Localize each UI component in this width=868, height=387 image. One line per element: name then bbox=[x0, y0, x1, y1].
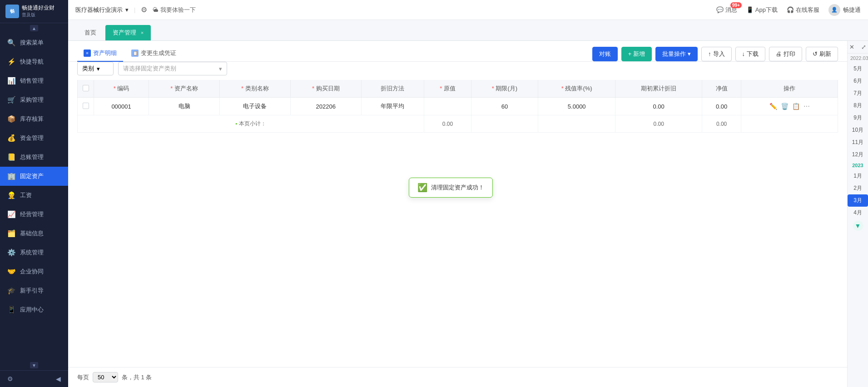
app-logo: 畅 bbox=[5, 5, 19, 18]
per-page-label: 每页 bbox=[77, 373, 89, 382]
collapse-icon[interactable]: ◀ bbox=[56, 375, 61, 382]
month-2022-11[interactable]: 11月 bbox=[848, 136, 868, 149]
import-label: 导入 bbox=[713, 50, 725, 58]
cell-name: 电脑 bbox=[149, 98, 220, 115]
sidebar-scroll-up[interactable]: ▲ bbox=[30, 25, 38, 31]
sidebar-item-system[interactable]: ⚙️ 系统管理 bbox=[0, 243, 68, 262]
subtotal-init: 0.00 bbox=[615, 115, 702, 133]
delete-icon[interactable]: 🗑️ bbox=[781, 103, 789, 110]
cell-residual-rate: 5.0000 bbox=[538, 98, 615, 115]
col-purchase-date: * 购买日期 bbox=[290, 80, 361, 98]
app-edition: 普及版 bbox=[22, 12, 55, 18]
sidebar-item-label: 总账管理 bbox=[20, 153, 44, 161]
refresh-label: 刷新 bbox=[819, 50, 831, 58]
settings-icon[interactable]: ⚙ bbox=[7, 375, 13, 382]
edit-icon[interactable]: ✏️ bbox=[769, 103, 777, 110]
sidebar-item-quick-nav[interactable]: ⚡ 快捷导航 bbox=[0, 52, 68, 71]
tab-close-icon[interactable]: × bbox=[141, 30, 144, 35]
sidebar-item-payroll[interactable]: 👷 工资 bbox=[0, 186, 68, 205]
download-button[interactable]: ↓ 下载 bbox=[735, 47, 766, 61]
reconcile-button[interactable]: 对账 bbox=[592, 47, 618, 61]
sidebar-item-enterprise[interactable]: 🤝 企业协同 bbox=[0, 262, 68, 281]
table-container: * 编码 * 资产名称 * 类别名称 * 购买日期 折旧方法 * 原值 * 期限… bbox=[68, 80, 847, 367]
import-button[interactable]: ↑ 导入 bbox=[701, 47, 732, 61]
refresh-button[interactable]: ↺ 刷新 bbox=[806, 47, 838, 61]
row-select-checkbox[interactable] bbox=[83, 103, 89, 109]
experience-text: 我要体验一下 bbox=[160, 6, 196, 14]
select-all-checkbox[interactable] bbox=[83, 85, 89, 91]
app-download-btn[interactable]: 📱 App下载 bbox=[746, 6, 778, 14]
subtab-asset-detail[interactable]: ≡ 资产明细 bbox=[77, 46, 123, 62]
message-btn[interactable]: 💬 消息 99+ bbox=[716, 6, 737, 14]
worker-icon: 👷 bbox=[7, 191, 15, 199]
message-icon: 💬 bbox=[716, 6, 724, 13]
subtab-change-voucher[interactable]: 📋 变更生成凭证 bbox=[125, 46, 183, 62]
cell-period: 60 bbox=[471, 98, 538, 115]
sidebar-item-ledger[interactable]: 📒 总账管理 bbox=[0, 148, 68, 167]
col-action: 操作 bbox=[741, 80, 838, 98]
category-input[interactable]: 请选择固定资产类别 ▾ bbox=[118, 62, 227, 75]
user-avatar: 👤 bbox=[828, 4, 840, 16]
right-panel-expand-icon[interactable]: ⤢ bbox=[861, 44, 866, 50]
copy-icon[interactable]: 📋 bbox=[792, 103, 800, 110]
toast-check-icon: ✅ bbox=[417, 183, 427, 193]
per-page-select[interactable]: 50 10 20 100 bbox=[93, 372, 118, 382]
new-button[interactable]: + 新增 bbox=[621, 47, 652, 61]
cloud-icon: 🌥 bbox=[153, 6, 159, 13]
category-select[interactable]: 类别 ▾ bbox=[77, 62, 114, 75]
month-2022-6[interactable]: 6月 bbox=[848, 75, 868, 87]
month-2023-4[interactable]: 4月 bbox=[848, 207, 868, 219]
sidebar-item-basic-info[interactable]: 🗂️ 基础信息 bbox=[0, 224, 68, 243]
month-2023-3[interactable]: 3月 bbox=[848, 194, 868, 207]
row-checkbox bbox=[78, 98, 94, 115]
tab-home[interactable]: 首页 bbox=[77, 25, 104, 40]
month-2023-2[interactable]: 2月 bbox=[848, 182, 868, 194]
month-2022-9[interactable]: 9月 bbox=[848, 112, 868, 124]
success-toast: ✅ 清理固定资产成功！ bbox=[409, 178, 493, 198]
tab-asset-mgmt[interactable]: 资产管理 × bbox=[105, 25, 151, 40]
subtotal-label-cell: ▪ 本页小计： bbox=[78, 115, 424, 133]
sidebar-item-funds[interactable]: 💰 资金管理 bbox=[0, 129, 68, 148]
col-checkbox bbox=[78, 80, 94, 98]
month-2022-10[interactable]: 10月 bbox=[848, 124, 868, 136]
month-2022-12[interactable]: 12月 bbox=[848, 149, 868, 161]
company-selector[interactable]: 医疗器械行业演示 ▾ bbox=[75, 6, 129, 14]
box-icon: 📦 bbox=[7, 115, 15, 123]
user-menu[interactable]: 👤 畅捷通 bbox=[828, 4, 861, 16]
month-2022-8[interactable]: 8月 bbox=[848, 99, 868, 112]
month-2022-5[interactable]: 5月 bbox=[848, 63, 868, 75]
sidebar-item-app-center[interactable]: 📱 应用中心 bbox=[0, 300, 68, 319]
total-label: 条，共 1 条 bbox=[122, 373, 152, 382]
rp-scroll-down[interactable]: ▼ bbox=[848, 219, 868, 233]
sidebar-item-label: 采购管理 bbox=[20, 96, 44, 104]
experience-link[interactable]: 🌥 我要体验一下 bbox=[153, 6, 196, 14]
company-chevron-icon: ▾ bbox=[125, 6, 129, 13]
sidebar-item-fixed-assets[interactable]: 🏢 固定资产 bbox=[0, 167, 68, 186]
right-panel-close-icon[interactable]: ✕ bbox=[849, 44, 854, 50]
sidebar-item-search[interactable]: 🔍 搜索菜单 bbox=[0, 33, 68, 52]
change-voucher-icon: 📋 bbox=[131, 50, 139, 57]
sidebar-item-label: 销售管理 bbox=[20, 77, 44, 85]
sidebar-item-sales[interactable]: 📊 销售管理 bbox=[0, 71, 68, 90]
batch-ops-button[interactable]: 批量操作 ▾ bbox=[655, 47, 698, 61]
sidebar-item-inventory[interactable]: 📦 库存核算 bbox=[0, 109, 68, 129]
right-panel-header: ✕ ⤢ bbox=[848, 41, 868, 54]
sidebar-item-purchase[interactable]: 🛒 采购管理 bbox=[0, 90, 68, 109]
sidebar-scroll-down[interactable]: ▼ bbox=[30, 362, 38, 368]
cart-icon: 🛒 bbox=[7, 96, 15, 104]
more-icon[interactable]: ⋯ bbox=[804, 103, 810, 110]
sidebar-item-newbie[interactable]: 🎓 新手引导 bbox=[0, 281, 68, 300]
sidebar-item-operations[interactable]: 📈 经营管理 bbox=[0, 205, 68, 224]
subtotal-empty1 bbox=[471, 115, 538, 133]
filter-bar: 类别 ▾ 请选择固定资产类别 ▾ bbox=[68, 62, 847, 80]
money-icon: 💰 bbox=[7, 134, 15, 142]
cell-depr-method: 年限平均 bbox=[361, 98, 424, 115]
subtab-asset-detail-label: 资产明细 bbox=[93, 49, 117, 57]
month-2022-7[interactable]: 7月 bbox=[848, 87, 868, 99]
handshake-icon: 🤝 bbox=[7, 268, 15, 276]
month-2023-1[interactable]: 1月 bbox=[848, 170, 868, 182]
sidebar-item-label: 快捷导航 bbox=[20, 58, 44, 66]
print-button[interactable]: 🖨 打印 bbox=[769, 47, 802, 61]
online-service-btn[interactable]: 🎧 在线客服 bbox=[787, 6, 819, 14]
topbar-settings-icon[interactable]: ⚙ bbox=[141, 5, 147, 14]
